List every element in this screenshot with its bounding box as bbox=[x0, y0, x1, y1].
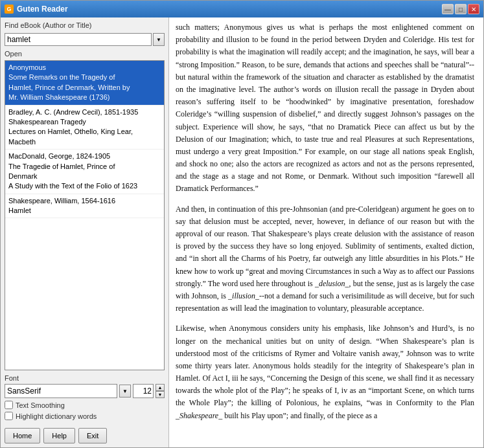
font-size-up-button[interactable]: ▲ bbox=[156, 384, 165, 391]
font-size-spinner: ▲ ▼ bbox=[156, 384, 165, 398]
main-content: Find eBook (Author or Title) ▼ Open Anon… bbox=[1, 17, 483, 447]
home-button[interactable]: Home bbox=[5, 428, 40, 443]
help-button[interactable]: Help bbox=[43, 428, 75, 443]
search-label: Find eBook (Author or Title) bbox=[5, 21, 165, 29]
list-item[interactable]: Shakespeare, William, 1564-1616 Hamlet bbox=[5, 194, 164, 219]
right-panel: such matters; Anonymous gives us what is… bbox=[169, 17, 483, 447]
search-row: ▼ bbox=[5, 33, 165, 46]
results-list[interactable]: Anonymous Some Remarks on the Tragedy of… bbox=[5, 60, 165, 370]
font-section: Font ▼ ▲ ▼ Text Smoothing Highligh bbox=[5, 374, 165, 420]
font-row: ▼ ▲ ▼ bbox=[5, 384, 165, 398]
item-line: Mr. William Shakespeare (1736) bbox=[8, 93, 161, 102]
paragraph: Likewise, when Anonymous considers unity… bbox=[176, 322, 474, 422]
exit-button[interactable]: Exit bbox=[78, 428, 107, 443]
open-label: Open bbox=[5, 50, 165, 58]
item-line: MacDonald, George, 1824-1905 bbox=[8, 151, 161, 161]
app-icon-letter: G bbox=[6, 6, 11, 12]
item-line: Lectures on Hamlet, Othello, King Lear, bbox=[8, 127, 161, 137]
highlight-dict-label[interactable]: Highlight dictionary words bbox=[16, 412, 97, 420]
item-line: Denmark bbox=[8, 172, 161, 181]
app-title: Guten Reader bbox=[17, 5, 68, 14]
minimize-button[interactable]: — bbox=[442, 4, 454, 14]
paragraph: And then, in continuation of this pre-Jo… bbox=[176, 203, 474, 315]
maximize-button[interactable]: □ bbox=[455, 4, 467, 14]
bottom-buttons: Home Help Exit bbox=[5, 425, 165, 443]
app-icon: G bbox=[5, 5, 14, 14]
highlight-dict-checkbox[interactable] bbox=[5, 412, 13, 420]
font-input[interactable] bbox=[5, 384, 117, 398]
close-button[interactable]: ✕ bbox=[468, 4, 479, 14]
item-line: Bradley, A. C. (Andrew Cecil), 1851-1935 bbox=[8, 107, 161, 117]
item-line: The Tragedie of Hamlet, Prince of bbox=[8, 162, 161, 172]
item-line: Shakespearean Tragedy bbox=[8, 117, 161, 127]
item-line: Shakespeare, William, 1564-1616 bbox=[8, 196, 161, 206]
title-bar-controls: — □ ✕ bbox=[442, 4, 479, 14]
search-dropdown-arrow[interactable]: ▼ bbox=[153, 33, 165, 46]
text-smoothing-label[interactable]: Text Smoothing bbox=[16, 401, 65, 409]
left-panel: Find eBook (Author or Title) ▼ Open Anon… bbox=[1, 17, 169, 447]
list-item[interactable]: Anonymous Some Remarks on the Tragedy of… bbox=[5, 61, 164, 106]
search-input[interactable] bbox=[5, 33, 152, 46]
text-smoothing-checkbox[interactable] bbox=[5, 401, 13, 409]
app-window: G Guten Reader — □ ✕ Find eBook (Author … bbox=[0, 0, 484, 448]
title-bar: G Guten Reader — □ ✕ bbox=[1, 1, 483, 17]
text-smoothing-row: Text Smoothing bbox=[5, 401, 165, 409]
paragraph: such matters; Anonymous gives us what is… bbox=[176, 21, 474, 196]
item-line: Hamlet, Prince of Denmark, Written by bbox=[8, 83, 161, 93]
font-size-down-button[interactable]: ▼ bbox=[156, 391, 165, 398]
text-content[interactable]: such matters; Anonymous gives us what is… bbox=[169, 17, 483, 447]
item-line: Some Remarks on the Tragedy of bbox=[8, 73, 161, 82]
highlight-dict-row: Highlight dictionary words bbox=[5, 412, 165, 420]
font-dropdown-arrow[interactable]: ▼ bbox=[119, 385, 131, 398]
item-line: A Study with the Text of the Folio of 16… bbox=[8, 181, 161, 191]
title-bar-left: G Guten Reader bbox=[5, 5, 68, 14]
font-size-input[interactable] bbox=[133, 384, 154, 398]
list-item[interactable]: MacDonald, George, 1824-1905 The Tragedi… bbox=[5, 150, 164, 194]
item-line: Anonymous bbox=[8, 63, 161, 73]
list-item[interactable]: Bradley, A. C. (Andrew Cecil), 1851-1935… bbox=[5, 106, 164, 150]
font-label: Font bbox=[5, 374, 165, 382]
item-line: Hamlet bbox=[8, 206, 161, 216]
item-line: Macbeth bbox=[8, 137, 161, 147]
